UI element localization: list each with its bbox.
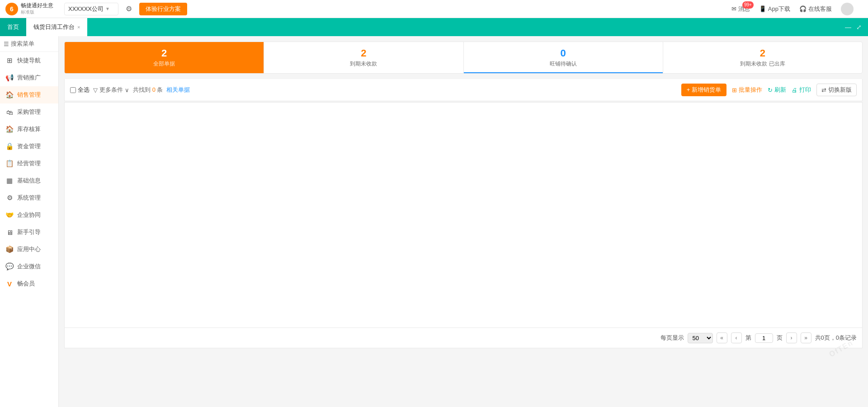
add-order-button[interactable]: + 新增销货单 bbox=[681, 84, 726, 96]
sidebar-item-basic[interactable]: ▦ 基础信息 bbox=[0, 172, 58, 189]
cooperation-icon: 🤝 bbox=[5, 211, 14, 219]
per-page-select[interactable]: 50 100 200 bbox=[688, 333, 713, 343]
sidebar-item-system[interactable]: ⚙ 系统管理 bbox=[0, 189, 58, 206]
sidebar-item-wechat[interactable]: 💬 企业微信 bbox=[0, 258, 58, 275]
sidebar-sales-label: 销售管理 bbox=[17, 91, 41, 99]
select-all-input[interactable] bbox=[70, 87, 76, 93]
purchase-icon: 🛍 bbox=[5, 108, 14, 116]
sidebar-appstore-label: 应用中心 bbox=[17, 245, 41, 253]
related-records-link[interactable]: 相关单据 bbox=[166, 86, 190, 94]
stat-shipped-label: 到期未收款 已出库 bbox=[670, 60, 855, 68]
stat-card-shipped[interactable]: 2 到期未收款 已出库 bbox=[663, 42, 862, 73]
stat-shipped-num: 2 bbox=[670, 47, 855, 59]
sidebar-item-quick-nav[interactable]: ⊞ 快捷导航 bbox=[0, 52, 58, 69]
sidebar-item-purchase[interactable]: 🛍 采购管理 bbox=[0, 103, 58, 121]
filter-button[interactable]: ▽ 更多条件 ∨ bbox=[93, 86, 129, 94]
sidebar-item-sales[interactable]: 🏠 销售管理 bbox=[0, 86, 58, 103]
stat-pending-label: 旺铺待确认 bbox=[471, 60, 656, 68]
tab-workbench[interactable]: 钱货日清工作台 × bbox=[26, 18, 87, 36]
tab-home[interactable]: 首页 bbox=[0, 18, 26, 36]
last-page-button[interactable]: » bbox=[801, 332, 811, 343]
logo-sub: 标准版 bbox=[21, 9, 53, 15]
sidebar-inventory-label: 库存核算 bbox=[17, 125, 41, 133]
tab-home-label: 首页 bbox=[7, 23, 19, 31]
found-num: 0 bbox=[152, 86, 156, 93]
refresh-button[interactable]: ↻ 刷新 bbox=[768, 86, 786, 94]
member-icon: V bbox=[5, 280, 14, 288]
main-content: 2 全部单据 2 到期未收款 0 旺铺待确认 2 到期未收款 已出库 全选 ▽ bbox=[59, 36, 868, 407]
sidebar: ☰ 搜索菜单 ⊞ 快捷导航 📢 营销推广 🏠 销售管理 🛍 采购管理 🏠 库存核… bbox=[0, 36, 59, 407]
sidebar-item-cooperation[interactable]: 🤝 企业协同 bbox=[0, 206, 58, 224]
switch-version-button[interactable]: ⇄ 切换新版 bbox=[816, 84, 857, 96]
app-download-label: App下载 bbox=[768, 5, 790, 13]
avatar[interactable] bbox=[841, 3, 854, 15]
toolbar: 全选 ▽ 更多条件 ∨ 共找到 0 条 相关单据 + 新增销货单 ⊞ 批量操作 … bbox=[64, 79, 863, 101]
stat-all-label: 全部单据 bbox=[72, 60, 256, 68]
service-icon: 🎧 bbox=[799, 5, 807, 12]
print-button[interactable]: 🖨 打印 bbox=[792, 86, 811, 94]
page-label: 第 bbox=[745, 334, 751, 342]
batch-icon: ⊞ bbox=[732, 87, 737, 94]
sidebar-item-appstore[interactable]: 📦 应用中心 bbox=[0, 241, 58, 258]
message-badge: 99+ bbox=[742, 1, 754, 9]
stat-card-overdue[interactable]: 2 到期未收款 bbox=[264, 42, 463, 73]
sidebar-basic-label: 基础信息 bbox=[17, 177, 41, 185]
experience-button[interactable]: 体验行业方案 bbox=[139, 3, 187, 15]
message-item[interactable]: ✉ 消息 99+ bbox=[731, 5, 750, 13]
sidebar-item-marketing[interactable]: 📢 营销推广 bbox=[0, 69, 58, 86]
minimize-icon[interactable]: — bbox=[844, 23, 853, 32]
sales-icon: 🏠 bbox=[5, 91, 14, 99]
sidebar-item-guide[interactable]: 🖥 新手引导 bbox=[0, 224, 58, 241]
sidebar-cooperation-label: 企业协同 bbox=[17, 211, 41, 219]
close-icon[interactable]: × bbox=[77, 24, 80, 30]
finance-icon: 🔒 bbox=[5, 142, 14, 150]
prev-page-button[interactable]: ‹ bbox=[731, 332, 742, 343]
search-menu-item[interactable]: ☰ 搜索菜单 bbox=[0, 36, 58, 52]
sidebar-item-finance[interactable]: 🔒 资金管理 bbox=[0, 138, 58, 155]
sidebar-system-label: 系统管理 bbox=[17, 194, 41, 202]
table-area bbox=[64, 102, 863, 328]
next-page-button[interactable]: › bbox=[786, 332, 797, 343]
refresh-icon: ↻ bbox=[768, 87, 773, 94]
app-download-item[interactable]: 📱 App下载 bbox=[759, 5, 790, 13]
stat-all-num: 2 bbox=[72, 47, 256, 59]
basic-icon: ▦ bbox=[5, 177, 14, 185]
page-number-input[interactable] bbox=[755, 333, 773, 343]
pagination-bar: 每页显示 50 100 200 « ‹ 第 页 › » 共0页，0条记录 bbox=[64, 328, 863, 348]
company-selector[interactable]: XXXXXX公司 ▼ bbox=[64, 3, 118, 15]
sidebar-finance-label: 资金管理 bbox=[17, 142, 41, 150]
total-label: 共0页，0条记录 bbox=[815, 334, 857, 342]
logo-text: 畅捷通好生意 bbox=[21, 2, 53, 9]
stat-overdue-num: 2 bbox=[271, 47, 456, 59]
quick-nav-icon: ⊞ bbox=[5, 56, 14, 65]
settings-icon[interactable]: ⚙ bbox=[122, 2, 136, 16]
company-name: XXXXXX公司 bbox=[68, 5, 104, 13]
online-service-item[interactable]: 🎧 在线客服 bbox=[799, 5, 832, 13]
operation-icon: 📋 bbox=[5, 159, 14, 168]
message-icon: ✉ bbox=[731, 5, 736, 12]
switch-label: 切换新版 bbox=[828, 86, 852, 94]
maximize-icon[interactable]: ⤢ bbox=[854, 23, 863, 32]
batch-operation-button[interactable]: ⊞ 批量操作 bbox=[732, 86, 762, 94]
system-icon: ⚙ bbox=[5, 194, 14, 202]
sidebar-item-inventory[interactable]: 🏠 库存核算 bbox=[0, 121, 58, 138]
sidebar-item-operation[interactable]: 📋 经营管理 bbox=[0, 155, 58, 172]
sidebar-item-member[interactable]: V 畅会员 bbox=[0, 275, 58, 292]
stat-card-pending[interactable]: 0 旺铺待确认 bbox=[464, 42, 663, 73]
nav-tabs: 首页 钱货日清工作台 × — ⤢ bbox=[0, 18, 868, 36]
wechat-icon: 💬 bbox=[5, 262, 14, 271]
found-text: 共找到 0 条 bbox=[133, 86, 163, 94]
sidebar-marketing-label: 营销推广 bbox=[17, 74, 41, 82]
stat-card-all[interactable]: 2 全部单据 bbox=[65, 42, 264, 73]
sidebar-wechat-label: 企业微信 bbox=[17, 262, 41, 271]
sidebar-purchase-label: 采购管理 bbox=[17, 108, 41, 116]
sidebar-member-label: 畅会员 bbox=[17, 280, 35, 288]
appstore-icon: 📦 bbox=[5, 245, 14, 253]
select-all-checkbox[interactable]: 全选 bbox=[70, 86, 90, 94]
download-icon: 📱 bbox=[759, 5, 766, 12]
first-page-button[interactable]: « bbox=[717, 332, 727, 343]
inventory-icon: 🏠 bbox=[5, 125, 14, 133]
online-service-label: 在线客服 bbox=[808, 5, 832, 13]
filter-label: 更多条件 bbox=[99, 86, 123, 94]
sidebar-operation-label: 经营管理 bbox=[17, 159, 41, 168]
